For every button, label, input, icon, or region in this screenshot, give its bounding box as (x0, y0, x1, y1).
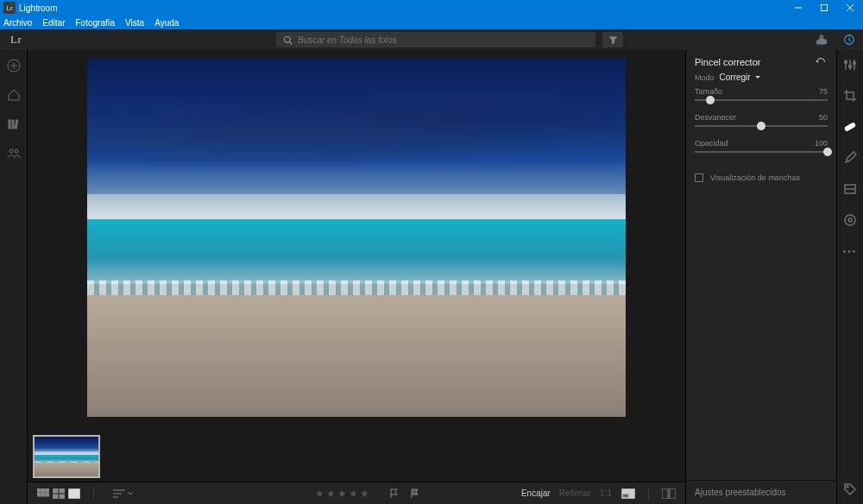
svg-rect-25 (68, 488, 80, 499)
add-photos-button[interactable] (7, 59, 21, 72)
svg-rect-20 (46, 493, 49, 496)
window-close-button[interactable] (837, 0, 863, 16)
window-minimize-button[interactable] (785, 0, 811, 16)
menu-archivo[interactable]: Archivo (3, 18, 32, 28)
slider-thumb[interactable] (823, 148, 832, 156)
slider-track[interactable] (695, 125, 828, 127)
linear-gradient-icon (843, 182, 857, 196)
svg-point-42 (845, 215, 855, 225)
divider (648, 488, 649, 500)
svg-rect-18 (37, 493, 41, 496)
people-icon (7, 147, 21, 161)
mode-dropdown[interactable]: Corregir (720, 72, 761, 82)
cloud-button[interactable] (815, 35, 828, 48)
healing-brush-tool-button[interactable] (842, 119, 858, 135)
menu-bar: Archivo Editar Fotografía Vista Ayuda (0, 16, 863, 29)
bottom-toolbar: ★ ★ ★ ★ ★ Encajar Rellenar 1:1 (28, 482, 685, 504)
flag-reject-button[interactable] (407, 488, 423, 500)
home-icon (7, 88, 21, 102)
tool-rail: ••• (837, 50, 863, 504)
slider-value: 100 (815, 139, 828, 148)
slider-thumb[interactable] (706, 96, 715, 104)
info-overlay-button[interactable] (620, 488, 636, 500)
sync-status-button[interactable] (842, 33, 856, 47)
home-button[interactable] (7, 88, 21, 102)
mode-label: Modo (695, 73, 715, 82)
flag-icon (389, 488, 400, 499)
presets-button[interactable]: Ajustes preestablecidos (686, 480, 836, 504)
zoom-11-button[interactable]: 1:1 (600, 488, 612, 498)
filmstrip (28, 432, 685, 482)
zoom-fit-button[interactable]: Encajar (521, 488, 551, 498)
edit-tool-button[interactable] (842, 57, 858, 72)
window-maximize-button[interactable] (811, 0, 837, 16)
zoom-fill-button[interactable]: Rellenar (559, 488, 591, 498)
window-title: Lightroom (19, 3, 57, 13)
sliders-icon (843, 58, 857, 72)
filmstrip-thumbnail[interactable] (33, 435, 100, 478)
brush-tool-button[interactable] (842, 150, 858, 166)
flag-pick-button[interactable] (387, 488, 402, 500)
photo-canvas[interactable] (28, 50, 685, 432)
star-4[interactable]: ★ (349, 488, 358, 500)
photo-preview (87, 58, 626, 417)
search-input[interactable] (298, 35, 589, 45)
radial-gradient-icon (843, 213, 857, 227)
svg-rect-32 (670, 488, 676, 499)
linear-gradient-tool-button[interactable] (842, 181, 858, 197)
crop-tool-button[interactable] (842, 88, 858, 104)
people-button[interactable] (7, 147, 21, 161)
slider-opacidad: Opacidad100 (686, 135, 836, 161)
svg-point-13 (9, 149, 13, 153)
tag-button[interactable] (842, 482, 858, 497)
svg-rect-24 (60, 495, 65, 499)
radial-gradient-tool-button[interactable] (842, 212, 858, 228)
star-2[interactable]: ★ (326, 488, 336, 500)
svg-rect-22 (60, 488, 65, 493)
menu-ayuda[interactable]: Ayuda (154, 18, 179, 28)
spot-visualization-checkbox[interactable] (695, 173, 703, 182)
menu-vista[interactable]: Vista (125, 18, 144, 28)
star-3[interactable]: ★ (337, 488, 347, 500)
svg-rect-17 (46, 488, 49, 492)
menu-fotografia[interactable]: Fotografía (75, 18, 115, 28)
view-grid-small-button[interactable] (36, 488, 50, 500)
slider-thumb[interactable] (757, 122, 765, 130)
svg-rect-19 (41, 493, 45, 496)
chevron-down-icon (754, 74, 761, 81)
filter-button[interactable] (602, 32, 623, 47)
center-column: ★ ★ ★ ★ ★ Encajar Rellenar 1:1 (28, 50, 685, 504)
chevron-down-icon (127, 490, 134, 497)
panel-title: Pincel corrector (695, 57, 760, 67)
menu-editar[interactable]: Editar (42, 18, 65, 28)
reset-icon[interactable] (816, 58, 828, 66)
slider-label: Desvanecer (695, 113, 736, 122)
svg-point-14 (15, 149, 18, 153)
app-logo: Lr (7, 33, 22, 47)
slider-value: 75 (819, 87, 828, 96)
divider (93, 488, 94, 500)
app-topbar: Lr (0, 29, 863, 50)
compare-icon (662, 488, 676, 499)
slider-tamano: Tamaño75 (686, 84, 836, 110)
slider-track[interactable] (695, 151, 828, 153)
slider-track[interactable] (695, 99, 828, 101)
svg-rect-1 (822, 5, 828, 11)
crop-icon (843, 89, 857, 103)
grid-small-icon (37, 488, 49, 499)
svg-point-4 (284, 36, 290, 42)
search-field[interactable] (276, 32, 595, 47)
compare-button[interactable] (661, 488, 677, 500)
left-rail (0, 50, 28, 504)
flag-reject-icon (410, 488, 420, 499)
svg-rect-10 (9, 120, 10, 129)
star-5[interactable]: ★ (360, 488, 369, 500)
more-tools-button[interactable]: ••• (843, 247, 858, 256)
library-button[interactable] (7, 117, 21, 131)
star-1[interactable]: ★ (315, 488, 324, 500)
svg-rect-30 (623, 495, 628, 497)
view-grid-large-button[interactable] (52, 488, 66, 500)
view-single-button[interactable] (67, 488, 81, 500)
sort-button[interactable] (113, 489, 134, 498)
svg-rect-12 (15, 120, 18, 129)
